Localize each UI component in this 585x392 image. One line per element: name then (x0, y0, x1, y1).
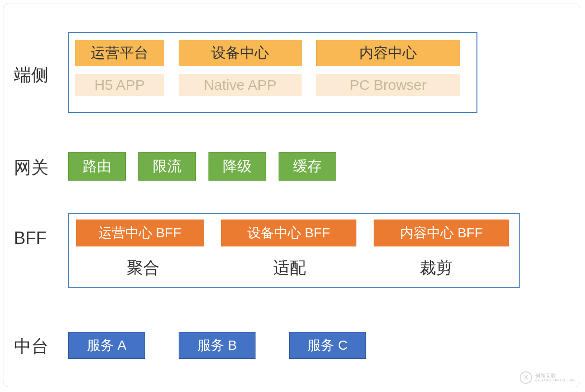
watermark-logo-icon: X (520, 371, 532, 384)
client-group: 运营平台 设备中心 内容中心 H5 APP Native APP PC Brow… (68, 32, 477, 113)
mp-service-b: 服务 B (179, 332, 256, 359)
gateway-group: 路由 限流 降级 缓存 (68, 152, 336, 181)
bff-concepts-row: 聚合 适配 裁剪 (76, 257, 512, 279)
client-header-ops: 运营平台 (75, 40, 164, 66)
bff-item-ops: 运营中心 BFF (76, 220, 204, 246)
mp-service-a: 服务 A (68, 332, 145, 359)
bff-concept-trim: 裁剪 (369, 257, 503, 279)
client-sub-row: H5 APP Native APP PC Browser (75, 74, 471, 96)
client-sub-pc: PC Browser (316, 74, 460, 96)
mp-row-label: 中台 (14, 335, 49, 358)
client-header-device: 设备中心 (179, 40, 302, 66)
gateway-item-degrade: 降级 (208, 152, 266, 181)
bff-concept-aggregate: 聚合 (76, 257, 210, 279)
gateway-row-label: 网关 (14, 156, 49, 180)
mp-group: 服务 A 服务 B 服务 C (68, 332, 366, 359)
bff-concept-adapt: 适配 (210, 257, 369, 279)
bff-group: 运营中心 BFF 设备中心 BFF 内容中心 BFF 聚合 适配 裁剪 (68, 213, 520, 288)
bff-inner-row: 运营中心 BFF 设备中心 BFF 内容中心 BFF (76, 220, 512, 246)
client-sub-h5: H5 APP (75, 74, 164, 96)
watermark-brand: 创新互联 (535, 373, 575, 379)
watermark-sub: CHUANG XIN HU LIAN (535, 379, 575, 382)
client-header-row: 运营平台 设备中心 内容中心 (75, 40, 471, 66)
mp-service-c: 服务 C (289, 332, 366, 359)
watermark: X 创新互联 CHUANG XIN HU LIAN (520, 371, 575, 384)
bff-item-device: 设备中心 BFF (221, 220, 356, 246)
gateway-item-route: 路由 (68, 152, 126, 181)
client-header-content: 内容中心 (316, 40, 460, 66)
gateway-item-limit: 限流 (138, 152, 196, 181)
diagram-frame: 端侧 运营平台 设备中心 内容中心 H5 APP Native APP PC B… (3, 3, 580, 387)
client-row-label: 端侧 (14, 63, 49, 87)
client-sub-native: Native APP (179, 74, 302, 96)
bff-row-label: BFF (14, 228, 47, 248)
bff-item-content: 内容中心 BFF (374, 220, 509, 246)
gateway-item-cache: 缓存 (279, 152, 336, 181)
